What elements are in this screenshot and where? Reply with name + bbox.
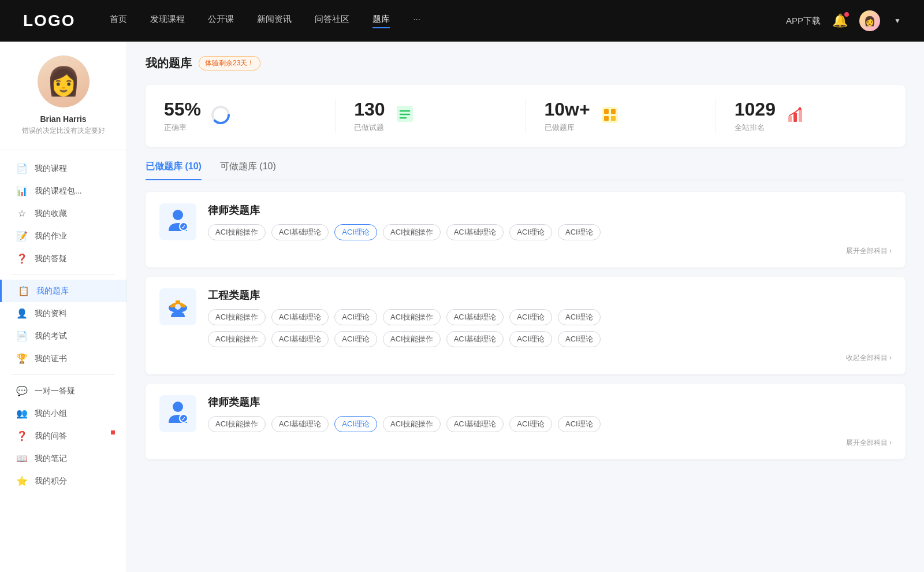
tag-2-r2-5[interactable]: ACI理论 [509,331,552,347]
tag-2-4[interactable]: ACI基础理论 [446,309,504,325]
tag-1-0[interactable]: ACI技能操作 [208,224,266,240]
tag-2-5[interactable]: ACI理论 [509,309,552,325]
nav-discover[interactable]: 发现课程 [150,14,185,28]
nav-links: 首页 发现课程 公开课 新闻资讯 问答社区 题库 ··· [110,14,786,28]
qbank-tags-2-row1: ACI技能操作 ACI基础理论 ACI理论 ACI技能操作 ACI基础理论 AC… [208,309,892,325]
qbank-collapse-2[interactable]: 收起全部科目 › [208,353,892,363]
tag-2-1[interactable]: ACI基础理论 [271,309,329,325]
nav-public-course[interactable]: 公开课 [208,14,234,28]
course-package-icon: 📊 [16,185,28,196]
sidebar: 👩 Brian Harris 错误的决定比没有决定要好 📄 我的课程 📊 我的课… [0,42,127,572]
nav-question-bank[interactable]: 题库 [372,14,390,28]
tab-done-banks[interactable]: 已做题库 (10) [146,161,202,180]
sidebar-item-one-on-one[interactable]: 💬 一对一答疑 [0,380,126,402]
tag-3-6[interactable]: ACI理论 [558,416,601,432]
stat-correct-value: 55% [164,99,201,120]
sidebar-item-favorites[interactable]: ☆ 我的收藏 [0,202,126,225]
tag-2-0[interactable]: ACI技能操作 [208,309,266,325]
tag-2-6[interactable]: ACI理论 [558,309,601,325]
tag-2-r2-6[interactable]: ACI理论 [558,331,601,347]
tag-3-5[interactable]: ACI理论 [509,416,552,432]
user-dropdown-arrow[interactable]: ▼ [894,17,901,25]
svg-point-14 [798,107,801,110]
qbank-icon-wrap-1: ✓ [159,203,196,240]
favorites-label: 我的收藏 [35,209,67,219]
tag-1-2[interactable]: ACI理论 [334,224,377,240]
qbank-icon-wrap-2 [159,288,196,325]
qbank-header-1: ✓ 律师类题库 ACI技能操作 ACI基础理论 ACI理论 ACI技能操作 AC… [159,203,892,256]
sidebar-item-my-courses[interactable]: 📄 我的课程 [0,157,126,180]
sidebar-item-course-package[interactable]: 📊 我的课程包... [0,180,126,202]
nav-more[interactable]: ··· [413,14,420,28]
stat-correct-text: 55% 正确率 [164,99,201,133]
sidebar-item-points[interactable]: ⭐ 我的积分 [0,470,126,492]
stat-site-rank: 1029 全站排名 [716,99,906,133]
tag-3-2[interactable]: ACI理论 [334,416,377,432]
svg-rect-6 [602,107,618,123]
nav-home[interactable]: 首页 [110,14,127,28]
homework-label: 我的作业 [35,231,67,242]
qbank-tags-3: ACI技能操作 ACI基础理论 ACI理论 ACI技能操作 ACI基础理论 AC… [208,416,892,432]
tag-3-1[interactable]: ACI基础理论 [271,416,329,432]
tag-2-r2-2[interactable]: ACI理论 [334,331,377,347]
tag-1-4[interactable]: ACI基础理论 [446,224,504,240]
qbank-expand-3[interactable]: 展开全部科目 › [208,438,892,448]
qbank-expand-1[interactable]: 展开全部科目 › [208,246,892,256]
tag-3-0[interactable]: ACI技能操作 [208,416,266,432]
tab-available-banks[interactable]: 可做题库 (10) [220,161,276,180]
tag-1-5[interactable]: ACI理论 [509,224,552,240]
tag-2-2[interactable]: ACI理论 [334,309,377,325]
one-on-one-label: 一对一答疑 [35,386,75,396]
avatar[interactable]: 👩 [859,10,880,31]
qbank-name-1: 律师类题库 [208,203,892,217]
sidebar-divider-2 [12,374,115,375]
qbank-name-2: 工程类题库 [208,288,892,302]
tag-1-1[interactable]: ACI基础理论 [271,224,329,240]
app-download-button[interactable]: APP下载 [786,16,821,27]
svg-rect-12 [793,113,797,122]
tag-2-r2-4[interactable]: ACI基础理论 [446,331,504,347]
nav-qa[interactable]: 问答社区 [315,14,349,28]
sidebar-item-question-bank[interactable]: 📋 我的题库 [0,280,126,302]
groups-label: 我的小组 [35,408,67,419]
nav-news[interactable]: 新闻资讯 [257,14,292,28]
sidebar-item-qa[interactable]: ❓ 我的答疑 [0,247,126,270]
tag-3-3[interactable]: ACI技能操作 [383,416,441,432]
exam-icon: 📄 [16,330,28,341]
tag-2-3[interactable]: ACI技能操作 [383,309,441,325]
sidebar-item-my-qa[interactable]: ❓ 我的问答 [0,425,126,447]
sidebar-item-groups[interactable]: 👥 我的小组 [0,402,126,425]
main-content: 我的题库 体验剩余23天！ 55% 正确率 [127,42,924,572]
svg-point-15 [173,210,183,220]
profile-avatar[interactable]: 👩 [38,55,90,107]
exam-label: 我的考试 [35,331,67,341]
question-bank-icon: 📋 [18,285,29,296]
navbar: LOGO 首页 发现课程 公开课 新闻资讯 问答社区 题库 ··· APP下载 … [0,0,924,42]
profile-label: 我的资料 [35,309,67,319]
logo[interactable]: LOGO [23,12,75,30]
tag-2-r2-3[interactable]: ACI技能操作 [383,331,441,347]
groups-icon: 👥 [16,408,28,419]
sidebar-item-notes[interactable]: 📖 我的笔记 [0,447,126,470]
tag-2-r2-1[interactable]: ACI基础理论 [271,331,329,347]
sidebar-menu: 📄 我的课程 📊 我的课程包... ☆ 我的收藏 📝 我的作业 ❓ 我的答疑 � [0,150,126,499]
my-courses-icon: 📄 [16,163,28,174]
sidebar-item-certificate[interactable]: 🏆 我的证书 [0,347,126,370]
tag-1-6[interactable]: ACI理论 [558,224,601,240]
nav-right: APP下载 🔔 👩 ▼ [786,10,901,31]
tag-1-3[interactable]: ACI技能操作 [383,224,441,240]
sidebar-item-homework[interactable]: 📝 我的作业 [0,225,126,247]
stat-banks-text: 10w+ 已做题库 [545,99,590,133]
tag-2-r2-0[interactable]: ACI技能操作 [208,331,266,347]
layout: 👩 Brian Harris 错误的决定比没有决定要好 📄 我的课程 📊 我的课… [0,42,924,572]
homework-icon: 📝 [16,231,28,242]
qbank-tags-2-row2: ACI技能操作 ACI基础理论 ACI理论 ACI技能操作 ACI基础理论 AC… [208,331,892,347]
my-qa-icon: ❓ [16,430,28,441]
svg-rect-8 [611,109,616,114]
sidebar-profile: 👩 Brian Harris 错误的决定比没有决定要好 [0,55,126,150]
notification-bell[interactable]: 🔔 [832,13,848,28]
sidebar-item-exam[interactable]: 📄 我的考试 [0,325,126,347]
sidebar-item-profile[interactable]: 👤 我的资料 [0,302,126,325]
tag-3-4[interactable]: ACI基础理论 [446,416,504,432]
stat-banks-value: 10w+ [545,99,590,120]
